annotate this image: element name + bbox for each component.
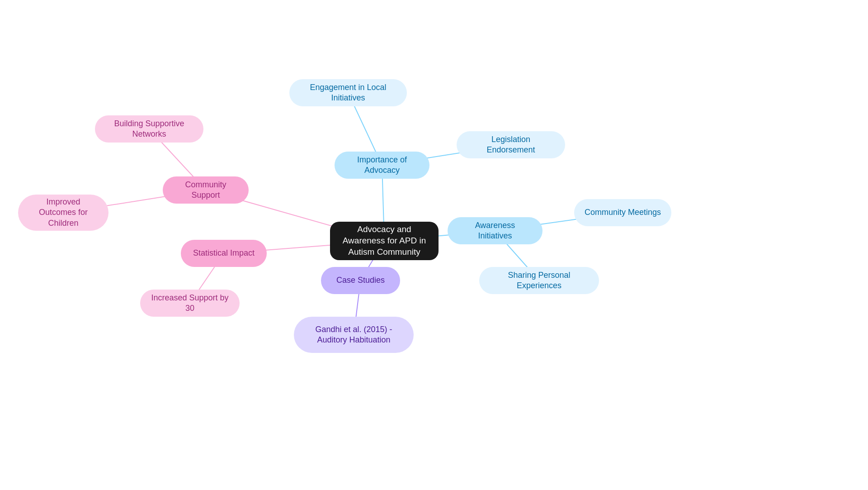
node-engagement-local: Engagement in Local Initiatives [289,79,407,106]
node-increased-support: Increased Support by 30 [140,290,240,317]
node-legislation: Legislation Endorsement [457,131,565,158]
node-building-networks: Building Supportive Networks [95,115,203,143]
node-gandhi: Gandhi et al. (2015) - Auditory Habituat… [294,317,414,353]
node-community-meetings: Community Meetings [574,199,671,226]
node-sharing-experiences: Sharing Personal Experiences [479,267,599,294]
center-node: Advocacy and Awareness for APD in Autism… [330,222,439,260]
node-importance-advocacy: Importance of Advocacy [335,152,429,179]
node-community-support: Community Support [163,176,249,204]
node-statistical-impact: Statistical Impact [181,240,267,267]
mind-map: Advocacy and Awareness for APD in Autism… [0,0,868,490]
node-awareness-initiatives: Awareness Initiatives [448,217,542,244]
node-case-studies: Case Studies [321,267,400,294]
node-improved-outcomes: Improved Outcomes for Children [18,195,108,231]
